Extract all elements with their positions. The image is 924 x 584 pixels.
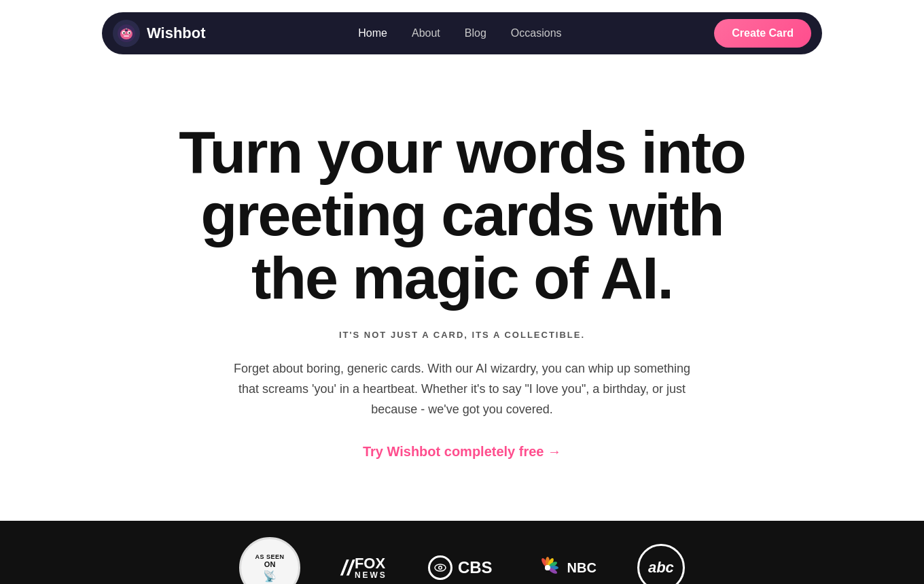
svg-rect-8 [126, 28, 127, 30]
as-seen-top: AS SEEN [255, 553, 285, 561]
cbs-label: CBS [458, 558, 493, 577]
nav-links: Home About Blog Occasions [358, 27, 561, 39]
fox-slash-icon: // [341, 555, 353, 581]
hero-cta-link[interactable]: Try Wishbot completely free → [363, 444, 561, 459]
hero-subtitle: IT'S NOT JUST A CARD, ITS A COLLECTIBLE. [170, 330, 754, 340]
as-seen-mid: ON [264, 560, 276, 569]
logo-icon [113, 20, 140, 47]
svg-point-4 [123, 32, 124, 33]
nav-link-about[interactable]: About [412, 27, 440, 39]
hero-section: Turn your words into greeting cards with… [156, 67, 768, 500]
hero-title: Turn your words into greeting cards with… [170, 121, 754, 309]
logo-link[interactable]: Wishbot [113, 20, 206, 47]
abc-label: abc [637, 544, 685, 584]
press-bar: AS SEEN ON 📡 // FOX NEWS [0, 521, 924, 584]
nav-link-home[interactable]: Home [358, 27, 387, 39]
navbar: Wishbot Home About Blog Occasions Create… [102, 12, 822, 54]
broadcast-icon: 📡 [263, 570, 277, 583]
svg-point-11 [439, 567, 441, 569]
cbs-eye-icon [428, 555, 452, 580]
svg-point-5 [128, 32, 130, 33]
hero-description: Forget about boring, generic cards. With… [231, 359, 693, 419]
as-seen-on-badge: AS SEEN ON 📡 [239, 537, 300, 584]
cbs-logo: CBS [428, 547, 493, 584]
svg-rect-6 [124, 35, 129, 37]
fox-news-logo: // FOX NEWS [341, 547, 387, 584]
logo-label: Wishbot [147, 24, 206, 42]
press-logos-container: AS SEEN ON 📡 // FOX NEWS [102, 537, 822, 584]
abc-logo: abc [637, 547, 685, 584]
nbc-peacock-icon [533, 553, 562, 582]
nav-link-occasions[interactable]: Occasions [511, 27, 562, 39]
nbc-label: NBC [567, 560, 597, 576]
nbc-logo: NBC [533, 547, 597, 584]
nav-link-blog[interactable]: Blog [465, 27, 486, 39]
create-card-button[interactable]: Create Card [714, 19, 811, 48]
svg-point-19 [545, 565, 550, 570]
fox-text: FOX NEWS [355, 556, 387, 579]
